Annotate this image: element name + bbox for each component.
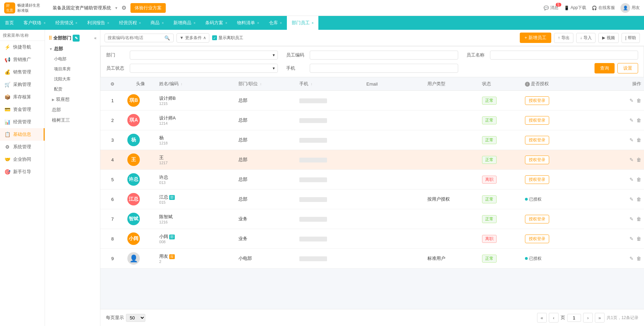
tab-close-barcode[interactable]: × bbox=[225, 21, 227, 25]
online-service-action[interactable]: 🎧 在线客服 bbox=[592, 5, 615, 11]
export-button[interactable]: ↑ 导出 bbox=[554, 33, 573, 43]
tab-history[interactable]: 经营历程× bbox=[114, 16, 146, 30]
delete-button[interactable]: 🗑 bbox=[636, 98, 641, 103]
sidebar-item-qiye[interactable]: 🤝 企业协同 bbox=[0, 153, 45, 166]
tab-close-goods[interactable]: × bbox=[162, 21, 164, 25]
tab-warehouse[interactable]: 仓库× bbox=[264, 16, 287, 30]
dept-sub-xiangmu[interactable]: 项目库房 bbox=[45, 64, 100, 74]
sidebar-item-zijin[interactable]: 💳 资金管理 bbox=[0, 103, 45, 116]
phone-filter-input[interactable] bbox=[310, 64, 458, 73]
th-settings[interactable]: ⚙ bbox=[100, 77, 125, 91]
tab-close-bom[interactable]: × bbox=[257, 21, 259, 25]
query-button[interactable]: 查询 bbox=[595, 63, 615, 73]
sidebar-item-jichu[interactable]: 📋 基础信息 bbox=[0, 128, 45, 141]
dept-collapse-button[interactable]: « bbox=[94, 36, 97, 41]
delete-button[interactable]: 🗑 bbox=[636, 137, 641, 143]
tab-close-customer[interactable]: × bbox=[44, 21, 46, 25]
sidebar-item-xinshou[interactable]: 🎯 新手引导 bbox=[0, 166, 45, 178]
tab-close-operation[interactable]: × bbox=[75, 21, 78, 25]
auth-login-button[interactable]: 授权登录 bbox=[525, 116, 549, 125]
prev-page-button[interactable]: ‹ bbox=[549, 313, 559, 323]
dept-sub-peihuo[interactable]: 配货 bbox=[45, 84, 100, 94]
auth-login-button[interactable]: 授权登录 bbox=[525, 96, 549, 105]
sys-dropdown-arrow[interactable]: ▾ bbox=[115, 6, 117, 10]
gear-button[interactable]: ⚙ bbox=[121, 5, 126, 11]
page-number-input[interactable] bbox=[567, 314, 581, 322]
experience-button[interactable]: 体验行业方案 bbox=[130, 3, 166, 13]
sidebar-item-kuaisu[interactable]: ⚡ 快捷导航 bbox=[0, 41, 45, 53]
edit-button[interactable]: ✎ bbox=[629, 137, 634, 143]
dept-sub-xiaodianbù[interactable]: 小电部 bbox=[45, 54, 100, 64]
tab-customer[interactable]: 客户联络× bbox=[19, 16, 51, 30]
sidebar-item-xitong[interactable]: ⚙ 系统管理 bbox=[0, 141, 45, 153]
delete-button[interactable]: 🗑 bbox=[636, 177, 641, 182]
last-page-button[interactable]: » bbox=[595, 313, 605, 323]
tab-close-employees[interactable]: × bbox=[312, 21, 314, 25]
tab-profit[interactable]: 利润报告× bbox=[82, 16, 114, 30]
delete-button[interactable]: 🗑 bbox=[636, 216, 641, 222]
show-resigned-toggle[interactable]: ✓ 显示离职员工 bbox=[212, 35, 243, 41]
tab-bom[interactable]: 物料清单× bbox=[232, 16, 264, 30]
dept-group-zongbu[interactable]: ▼ 总部 bbox=[45, 44, 100, 54]
sidebar-item-jingying[interactable]: 📊 经营管理 bbox=[0, 116, 45, 128]
emp-code-input[interactable] bbox=[310, 51, 458, 60]
tab-operation[interactable]: 经营情况× bbox=[51, 16, 82, 30]
edit-button[interactable]: ✎ bbox=[629, 117, 634, 123]
dept-item-shuangzuo[interactable]: ▶ 双座想 bbox=[45, 94, 100, 105]
search-button[interactable]: 🔍 bbox=[164, 35, 170, 41]
filter-more-button[interactable]: ▼ 更多条件 ∧ bbox=[176, 33, 209, 43]
tab-home[interactable]: 首页 bbox=[0, 16, 19, 30]
tab-barcode[interactable]: 条码方案× bbox=[200, 16, 232, 30]
delete-button[interactable]: 🗑 bbox=[636, 256, 641, 261]
dept-filter-select[interactable]: ▾ bbox=[130, 51, 278, 60]
edit-button[interactable]: ✎ bbox=[629, 196, 634, 202]
delete-button[interactable]: 🗑 bbox=[636, 157, 641, 162]
dept-item-zongbu2[interactable]: 总部 bbox=[45, 105, 100, 115]
import-button[interactable]: ↓ 导入 bbox=[576, 33, 596, 43]
app-download-action[interactable]: 📱 App下载 bbox=[564, 5, 586, 11]
th-name[interactable]: 姓名/编码 ↕ bbox=[156, 77, 236, 91]
auth-login-button[interactable]: 授权登录 bbox=[525, 156, 549, 164]
th-dept[interactable]: 部门/职位 ↕ bbox=[236, 77, 297, 91]
set-button[interactable]: 设置 bbox=[617, 63, 638, 73]
auth-login-button[interactable]: 授权登录 bbox=[525, 136, 549, 144]
search-input[interactable] bbox=[108, 35, 163, 40]
sidebar-search-input[interactable] bbox=[3, 33, 45, 38]
delete-button[interactable]: 🗑 bbox=[636, 236, 641, 241]
sidebar-item-yingxiao[interactable]: 📢 营销推广 bbox=[0, 53, 45, 66]
th-phone[interactable]: 手机 ↕ bbox=[297, 77, 364, 91]
sidebar-item-xiaoshou[interactable]: 💰 销售管理 bbox=[0, 66, 45, 78]
dept-item-zhishu[interactable]: 植树王三 bbox=[45, 115, 100, 125]
help-button[interactable]: | 帮助 bbox=[622, 33, 640, 43]
auth-login-button[interactable]: 授权登录 bbox=[525, 235, 549, 243]
tab-goods[interactable]: 商品× bbox=[146, 16, 169, 30]
edit-button[interactable]: ✎ bbox=[629, 177, 634, 182]
edit-button[interactable]: ✎ bbox=[629, 98, 634, 103]
auth-login-button[interactable]: 授权登录 bbox=[525, 215, 549, 223]
view-button[interactable]: ▶ 视频 bbox=[598, 33, 619, 43]
tab-close-history[interactable]: × bbox=[139, 21, 141, 25]
sidebar-item-caigou[interactable]: 🛒 采购管理 bbox=[0, 78, 45, 91]
emp-name-input[interactable] bbox=[490, 51, 638, 60]
tab-close-profit[interactable]: × bbox=[107, 21, 109, 25]
dept-sub-shenyang[interactable]: 沈阳大库 bbox=[45, 74, 100, 84]
edit-button[interactable]: ✎ bbox=[629, 157, 634, 162]
message-action[interactable]: 💬 消息 5 bbox=[544, 5, 559, 11]
edit-button[interactable]: ✎ bbox=[629, 236, 634, 241]
user-action[interactable]: 👤 用友 bbox=[620, 3, 640, 13]
auth-login-button[interactable]: 授权登录 bbox=[525, 175, 549, 184]
dept-edit-button[interactable]: ✎ bbox=[73, 35, 80, 42]
add-employee-button[interactable]: + 新增员工 bbox=[520, 33, 551, 43]
tab-employees[interactable]: 部门员工× bbox=[287, 16, 319, 30]
next-page-button[interactable]: › bbox=[583, 313, 593, 323]
tab-close-add-goods[interactable]: × bbox=[193, 21, 196, 25]
edit-button[interactable]: ✎ bbox=[629, 216, 634, 222]
sidebar-item-kucun[interactable]: 📦 库存核算 bbox=[0, 91, 45, 103]
page-size-select[interactable]: 50 100 200 bbox=[126, 314, 145, 322]
delete-button[interactable]: 🗑 bbox=[636, 196, 641, 202]
delete-button[interactable]: 🗑 bbox=[636, 117, 641, 123]
tab-add-goods[interactable]: 新增商品× bbox=[169, 16, 200, 30]
emp-status-select[interactable]: ▾ bbox=[130, 64, 278, 73]
tab-close-warehouse[interactable]: × bbox=[280, 21, 282, 25]
first-page-button[interactable]: « bbox=[537, 313, 547, 323]
